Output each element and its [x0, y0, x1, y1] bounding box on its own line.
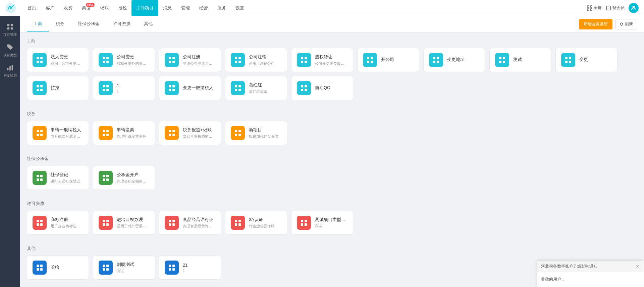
svg-rect-88 [238, 134, 241, 136]
card-icon [99, 81, 113, 95]
card-info: 公司变更 股权变更外的业务变更 [117, 54, 149, 66]
nav-ticket[interactable]: 票据 new [77, 0, 95, 16]
svg-rect-57 [103, 85, 105, 87]
refresh-button[interactable]: 刷新 [615, 19, 637, 29]
svg-rect-18 [40, 57, 43, 59]
card-sub: 拿到营业执照的新公司 [183, 134, 215, 139]
card-item[interactable]: 1 1 [93, 76, 155, 100]
sidebar-label-project-manage: 项目管理 [3, 32, 17, 37]
nav-service[interactable]: 服务 [213, 0, 231, 16]
card-title: 测试 [513, 57, 546, 63]
nav-tax[interactable]: 报税 [113, 0, 131, 16]
nav-manage[interactable]: 管理 [176, 0, 195, 16]
card-item[interactable]: 进出口权办理 适用于对外贸易经营者 [93, 211, 155, 235]
nav-bookkeeping[interactable]: 记账 [95, 0, 113, 16]
fullscreen-btn[interactable]: 全屏 [587, 5, 602, 11]
svg-rect-106 [172, 220, 175, 222]
svg-rect-90 [40, 175, 43, 177]
svg-rect-99 [37, 223, 39, 226]
chat-close-button[interactable]: ✕ [636, 264, 640, 269]
nav-settings[interactable]: 设置 [231, 0, 249, 16]
sidebar-item-project-type[interactable]: 项目类型 [0, 40, 20, 60]
card-sub: 适用于注销公司 [249, 61, 281, 66]
card-item[interactable]: 申请一般纳税人 当月或次月成变更完成 [27, 121, 89, 145]
nav-home[interactable]: 首页 [23, 0, 41, 16]
card-icon [495, 53, 509, 67]
card-item[interactable]: 测试项目类型目定义 测试 [291, 211, 353, 235]
tab-shebao[interactable]: 社保公积金 [71, 16, 106, 32]
nav-message[interactable]: 消息 [158, 0, 176, 16]
card-item[interactable]: 变更地址 [423, 48, 485, 72]
card-sub: 测试 [117, 269, 149, 274]
svg-rect-105 [169, 220, 171, 222]
svg-rect-31 [235, 61, 237, 63]
card-info: 新项目 报税加税控盘保管 [249, 127, 281, 139]
section-xuke: 许可资质 商标注册 用于企业商标注册服务 [20, 195, 644, 235]
card-item[interactable]: 开公司 [357, 48, 419, 72]
svg-rect-5 [590, 9, 592, 10]
svg-rect-42 [437, 57, 439, 59]
svg-rect-111 [235, 223, 237, 226]
tab-qita[interactable]: 其他 [137, 16, 159, 32]
card-item[interactable]: 拉拉 [27, 76, 89, 100]
svg-rect-72 [305, 89, 307, 91]
card-icon [429, 53, 443, 67]
svg-rect-114 [305, 220, 307, 222]
card-item[interactable]: 公司变更 股权变更外的业务变更 [93, 48, 155, 72]
card-item[interactable]: 公司注册 申请公司注册全流程 [159, 48, 221, 72]
card-title: 社保登记 [51, 172, 83, 178]
avatar[interactable] [629, 3, 639, 13]
svg-rect-89 [37, 175, 39, 177]
card-title: 变更 [579, 57, 612, 63]
card-sub: 报税加税控盘保管 [249, 134, 281, 139]
card-item[interactable]: 刘聪测试 测试 [93, 256, 155, 280]
svg-rect-81 [169, 130, 171, 132]
card-item[interactable]: 公司注销 适用于注销公司 [225, 48, 287, 72]
sidebar-item-progress[interactable]: 进度监测 [0, 60, 20, 81]
svg-rect-125 [169, 265, 171, 267]
card-item[interactable]: 测试 [489, 48, 551, 72]
section-shuiwu: 税务 申请一般纳税人 当月或次月成变更完成 [20, 105, 644, 145]
card-item[interactable]: 3A认证 对企业信誉评级 [225, 211, 287, 235]
card-item[interactable]: 社保登记 进行人员社保登记 [27, 166, 89, 190]
sidebar-item-project-manage[interactable]: 项目管理 [0, 19, 20, 40]
tab-shuiwu[interactable]: 税务 [49, 16, 71, 32]
card-item[interactable]: 变更 [555, 48, 618, 72]
svg-rect-109 [235, 220, 237, 222]
svg-rect-25 [169, 57, 171, 59]
card-sub: 申请公司注册全流程 [183, 61, 215, 66]
card-item[interactable]: 食品经营许可证 办理食品经营许可证 [159, 211, 221, 235]
card-item[interactable]: 葛红红 葛红红测试 [225, 76, 287, 100]
card-item[interactable]: 哈哈 [27, 256, 89, 280]
nav-operation[interactable]: 经营 [195, 0, 213, 16]
logo[interactable] [5, 3, 16, 13]
tab-gongshang[interactable]: 工商 [27, 16, 49, 32]
nav-business[interactable]: 工商项目 [131, 0, 158, 16]
card-item[interactable]: 公积金开户 办理公积金相关业务 [93, 166, 155, 190]
card-item[interactable]: 股权转让 公司变更需要股权转让 [291, 48, 353, 72]
ticket-badge: new [86, 3, 95, 7]
tab-xuke[interactable]: 许可资质 [106, 16, 137, 32]
card-item[interactable]: 新项目 报税加税控盘保管 [225, 121, 287, 145]
nav-payment[interactable]: 收费 [59, 0, 77, 16]
card-item[interactable]: 法人变更 适用于公司变更法人 [27, 48, 89, 72]
card-item[interactable]: 商标注册 用于企业商标注册服务 [27, 211, 89, 235]
card-info: 公司注册 申请公司注册全流程 [183, 54, 215, 66]
card-item[interactable]: 税务报道+记账 拿到营业执照的新公司 [159, 121, 221, 145]
svg-rect-98 [40, 220, 43, 222]
card-item[interactable]: 21 1 [159, 256, 221, 280]
svg-rect-40 [371, 61, 373, 63]
card-item[interactable]: 申请发票 办理申请发票业务 [93, 121, 155, 145]
svg-rect-17 [37, 57, 39, 59]
section-title-qita: 其他 [27, 245, 637, 252]
svg-rect-100 [40, 223, 43, 226]
member-btn[interactable]: 畅会员 [606, 5, 625, 11]
card-icon [165, 53, 179, 67]
card-info: 股权转让 公司变更需要股权转让 [315, 54, 347, 66]
card-item[interactable]: 变更一般纳税人 [159, 76, 221, 100]
new-type-button[interactable]: 新增业务类型 [579, 19, 612, 29]
card-info: 21 1 [183, 263, 215, 273]
card-item[interactable]: 前期QQ [291, 76, 353, 100]
nav-client[interactable]: 客户 [41, 0, 59, 16]
card-title: 前期QQ [315, 85, 347, 91]
